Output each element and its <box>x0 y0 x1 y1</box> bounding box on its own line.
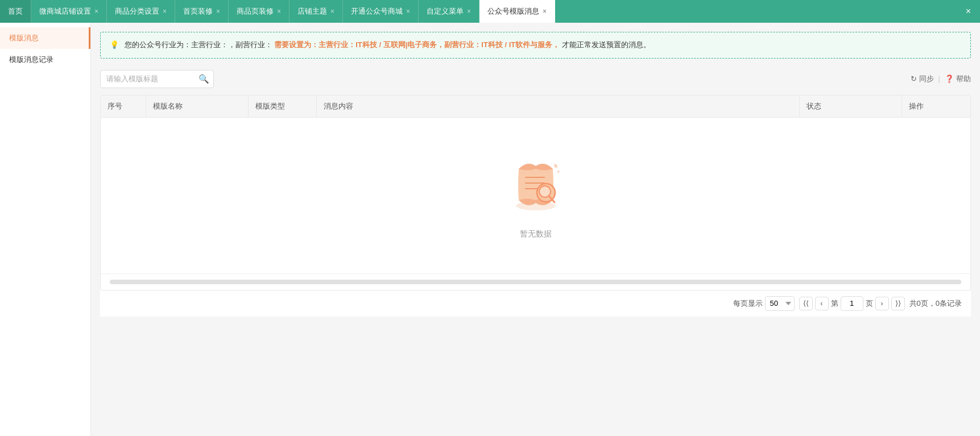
search-bar: 🔍 ↻ 同步 | ❓ 帮助 <box>100 70 971 88</box>
page-nav: ⟨⟨ ‹ 第 页 › ⟩⟩ <box>799 296 905 311</box>
horizontal-scrollbar[interactable] <box>110 280 961 284</box>
page-size-label: 每页显示 <box>733 298 763 309</box>
sync-icon: ↻ <box>911 74 917 83</box>
total-info: 共0页，0条记录 <box>909 298 962 309</box>
tab-shop-settings-close[interactable]: × <box>94 7 98 15</box>
tab-home-decorate-label: 首页装修 <box>183 6 213 16</box>
toolbar-right: ↻ 同步 | ❓ 帮助 <box>911 74 971 84</box>
help-icon: ❓ <box>945 74 954 83</box>
sync-button[interactable]: ↻ 同步 <box>911 74 934 84</box>
tab-template-msg-label: 公众号模版消息 <box>487 6 539 16</box>
tab-home-decorate[interactable]: 首页装修 × <box>175 0 229 23</box>
search-input-wrap: 🔍 <box>100 70 214 88</box>
tab-open-mall-label: 开通公众号商城 <box>351 6 403 16</box>
empty-illustration <box>502 152 570 220</box>
tab-product-category-close[interactable]: × <box>163 7 167 15</box>
table-header: 序号 模版名称 模版类型 消息内容 状态 操作 <box>101 95 970 118</box>
tab-shop-theme-label: 店铺主题 <box>297 6 327 16</box>
scrollbar-area <box>101 273 970 290</box>
tab-bar: 首页 微商城店铺设置 × 商品分类设置 × 首页装修 × 商品页装修 × 店铺主… <box>0 0 980 23</box>
th-type: 模版类型 <box>249 95 317 117</box>
notice-box: 💡 您的公众号行业为：主营行业：，副营行业： 需要设置为：主营行业：IT科技 /… <box>100 32 971 59</box>
tab-home-decorate-close[interactable]: × <box>216 7 220 15</box>
tab-shop-settings-label: 微商城店铺设置 <box>39 6 91 16</box>
notice-text-highlight: 需要设置为：主营行业：IT科技 / 互联网|电子商务，副营行业：IT科技 / I… <box>274 40 560 49</box>
th-content: 消息内容 <box>317 95 800 117</box>
tab-template-msg-close[interactable]: × <box>543 7 547 15</box>
th-index: 序号 <box>101 95 146 117</box>
data-table: 序号 模版名称 模版类型 消息内容 状态 操作 <box>100 95 971 290</box>
tab-home[interactable]: 首页 <box>0 0 31 23</box>
sidebar: 模版消息 模版消息记录 <box>0 23 91 436</box>
page-size-dropdown[interactable]: 50 20 100 <box>765 296 795 311</box>
tab-custom-menu-close[interactable]: × <box>467 7 471 15</box>
search-input[interactable] <box>100 70 214 88</box>
sync-label: 同步 <box>919 74 934 84</box>
svg-point-8 <box>557 171 560 173</box>
empty-text: 暂无数据 <box>520 229 552 239</box>
page-number-input[interactable] <box>841 296 863 311</box>
tab-shop-settings[interactable]: 微商城店铺设置 × <box>31 0 107 23</box>
content-area: 💡 您的公众号行业为：主营行业：，副营行业： 需要设置为：主营行业：IT科技 /… <box>91 23 980 436</box>
tab-template-msg[interactable]: 公众号模版消息 × <box>479 0 555 23</box>
sidebar-item-template-msg-log[interactable]: 模版消息记录 <box>0 49 90 70</box>
page-label-suffix: 页 <box>866 298 873 309</box>
tab-product-category[interactable]: 商品分类设置 × <box>107 0 175 23</box>
tab-product-category-label: 商品分类设置 <box>115 6 159 16</box>
page-size-select: 每页显示 50 20 100 <box>733 296 795 311</box>
tab-open-mall-close[interactable]: × <box>406 7 410 15</box>
global-close-button[interactable]: × <box>957 0 980 23</box>
notice-text-suffix: 才能正常发送预置的消息。 <box>562 40 651 49</box>
empty-state: 暂无数据 <box>101 118 970 273</box>
page-label-prefix: 第 <box>831 298 838 309</box>
search-icon: 🔍 <box>199 74 209 84</box>
notice-text-prefix: 您的公众号行业为：主营行业：，副营行业： <box>125 40 272 49</box>
search-button[interactable]: 🔍 <box>199 74 209 84</box>
page-prev-button[interactable]: ‹ <box>815 297 829 310</box>
tab-product-decorate-label: 商品页装修 <box>237 6 274 16</box>
tab-product-decorate[interactable]: 商品页装修 × <box>229 0 290 23</box>
tab-open-mall[interactable]: 开通公众号商城 × <box>343 0 419 23</box>
th-name: 模版名称 <box>146 95 249 117</box>
page-next-button[interactable]: › <box>875 297 889 310</box>
pagination: 每页显示 50 20 100 ⟨⟨ ‹ 第 页 › ⟩⟩ 共0页，0条记录 <box>100 290 971 317</box>
th-action: 操作 <box>902 95 970 117</box>
svg-point-5 <box>539 186 551 197</box>
page-last-button[interactable]: ⟩⟩ <box>891 297 905 310</box>
tab-home-label: 首页 <box>8 6 23 16</box>
tab-custom-menu[interactable]: 自定义菜单 × <box>419 0 479 23</box>
tab-custom-menu-label: 自定义菜单 <box>427 6 464 16</box>
help-button[interactable]: ❓ 帮助 <box>945 74 971 84</box>
sidebar-item-template-msg-log-label: 模版消息记录 <box>9 55 53 64</box>
help-label: 帮助 <box>956 74 971 84</box>
sidebar-item-template-msg-label: 模版消息 <box>9 34 39 42</box>
tab-shop-theme[interactable]: 店铺主题 × <box>290 0 343 23</box>
main-layout: 模版消息 模版消息记录 💡 您的公众号行业为：主营行业：，副营行业： 需要设置为… <box>0 23 980 436</box>
toolbar-divider: | <box>938 74 940 83</box>
th-status: 状态 <box>800 95 902 117</box>
notice-icon: 💡 <box>110 40 119 49</box>
tab-product-decorate-close[interactable]: × <box>277 7 281 15</box>
tab-shop-theme-close[interactable]: × <box>330 7 334 15</box>
sidebar-item-template-msg[interactable]: 模版消息 <box>0 27 90 49</box>
page-first-button[interactable]: ⟨⟨ <box>799 297 813 310</box>
